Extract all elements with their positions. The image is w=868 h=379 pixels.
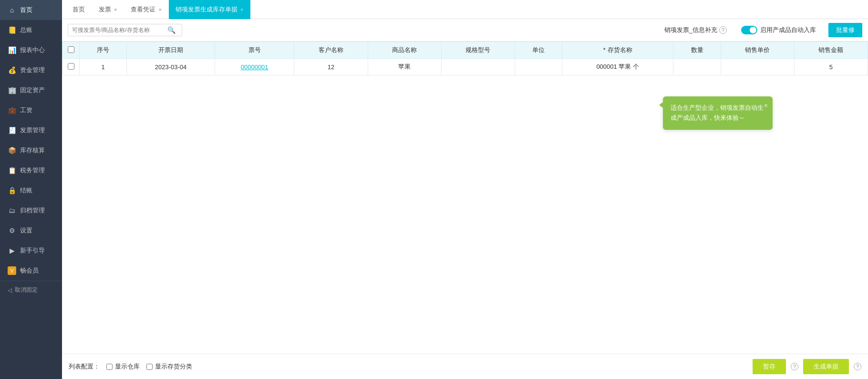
tab-stock-doc[interactable]: 销项发票生成库存单据 ×: [169, 0, 250, 19]
row-ticket-no[interactable]: 00000001: [215, 59, 294, 75]
row-stock-name: 000001 苹果 个: [562, 59, 673, 75]
reports-icon: 📊: [8, 46, 16, 54]
row-checkbox-cell: [62, 59, 80, 75]
col-stock-name: * 存货名称: [562, 42, 673, 59]
toggle-label: 启用产成品自动入库: [741, 26, 816, 34]
sidebar: ⌂ 首页 📒 总账 📊 报表中心 💰 资金管理 🏢 固定资产 💼 工资 🧾 发票…: [0, 0, 62, 379]
ledger-icon: 📒: [8, 26, 16, 34]
show-warehouse-checkbox[interactable]: [106, 364, 113, 370]
sidebar-item-archive[interactable]: 🗂 归档管理: [0, 200, 62, 221]
footer-actions: 暂存 ? 生成单据 ?: [753, 359, 861, 374]
col-unit: 单位: [515, 42, 562, 59]
content-area: 🔍 销项发票_信息补充 ? 启用产成品自动入库 批量修 序: [62, 19, 868, 379]
col-customer: 客户名称: [294, 42, 368, 59]
row-seq: 1: [80, 59, 127, 75]
footer-bar: 列表配置： 显示仓库 显示存货分类 暂存 ? 生成单据 ?: [62, 354, 868, 379]
col-product-name: 商品名称: [368, 42, 441, 59]
col-ticket-no: 票号: [215, 42, 294, 59]
col-qty: 数量: [673, 42, 721, 59]
tax-icon: 📋: [8, 166, 16, 175]
tab-stock-doc-close[interactable]: ×: [240, 7, 243, 12]
tab-invoice-close[interactable]: ×: [114, 7, 117, 12]
generate-button[interactable]: 生成单据: [803, 359, 849, 374]
sidebar-item-vip[interactable]: V 畅会员: [0, 261, 62, 281]
show-category-checkbox[interactable]: [146, 364, 153, 370]
inventory-icon: 📦: [8, 146, 16, 155]
row-date: 2023-03-04: [127, 59, 215, 75]
col-seq: 序号: [80, 42, 127, 59]
info-help-icon[interactable]: ?: [719, 26, 727, 34]
row-qty: [673, 59, 721, 75]
funds-icon: 💰: [8, 66, 16, 74]
save-button[interactable]: 暂存: [753, 359, 786, 374]
sidebar-item-invoice[interactable]: 🧾 发票管理: [0, 120, 62, 140]
col-date: 开票日期: [127, 42, 215, 59]
row-checkbox[interactable]: [68, 63, 74, 70]
list-config-label: 列表配置：: [69, 362, 100, 371]
vip-icon: V: [8, 266, 16, 275]
search-icon[interactable]: 🔍: [167, 26, 176, 34]
info-label: 销项发票_信息补充 ?: [664, 26, 727, 34]
sidebar-item-assets[interactable]: 🏢 固定资产: [0, 80, 62, 100]
guide-icon: ▶: [8, 246, 16, 255]
pin-icon: ◁: [8, 287, 12, 294]
show-warehouse-item: 显示仓库: [106, 362, 140, 371]
tab-invoice[interactable]: 发票 ×: [92, 0, 124, 19]
tab-home[interactable]: 首页: [66, 0, 92, 19]
sidebar-item-payroll[interactable]: 💼 工资: [0, 100, 62, 120]
col-amount: 销售金额: [794, 42, 868, 59]
auto-warehouse-toggle[interactable]: [741, 26, 757, 34]
row-unit: [515, 59, 562, 75]
settings-icon: ⚙: [8, 226, 16, 235]
col-spec: 规格型号: [441, 42, 515, 59]
toolbar: 🔍 销项发票_信息补充 ? 启用产成品自动入库 批量修: [62, 19, 868, 42]
row-spec: [441, 59, 515, 75]
sidebar-item-reports[interactable]: 📊 报表中心: [0, 40, 62, 60]
tooltip-close-btn[interactable]: ×: [764, 100, 768, 111]
show-category-item: 显示存货分类: [146, 362, 192, 371]
payroll-icon: 💼: [8, 106, 16, 115]
col-unit-price: 销售单价: [721, 42, 794, 59]
save-help-icon[interactable]: ?: [791, 363, 798, 370]
sidebar-item-tax[interactable]: 📋 税务管理: [0, 160, 62, 180]
sidebar-item-settings[interactable]: ⚙ 设置: [0, 221, 62, 241]
sidebar-item-guide[interactable]: ▶ 新手引导: [0, 241, 62, 261]
generate-help-icon[interactable]: ?: [854, 363, 861, 370]
search-input[interactable]: [72, 27, 167, 33]
search-box[interactable]: 🔍: [68, 24, 182, 36]
row-unit-price: [721, 59, 794, 75]
sidebar-item-home[interactable]: ⌂ 首页: [0, 0, 62, 20]
sidebar-item-closing[interactable]: 🔒 结账: [0, 180, 62, 200]
row-customer: 12: [294, 59, 368, 75]
closing-icon: 🔒: [8, 186, 16, 195]
tooltip-box: × 适合生产型企业，销项发票自动生成产成品入库，快来体验～: [663, 96, 773, 130]
table-header-row: 序号 开票日期 票号 客户名称 商品名称 规格型号 单位 * 存货名称 数量 销…: [62, 42, 868, 59]
sidebar-item-inventory[interactable]: 📦 库存核算: [0, 140, 62, 160]
tab-bar: 首页 发票 × 查看凭证 × 销项发票生成库存单据 ×: [62, 0, 868, 19]
main-area: 首页 发票 × 查看凭证 × 销项发票生成库存单据 × 🔍 销项发票_信息补充 …: [62, 0, 868, 379]
sidebar-item-funds[interactable]: 💰 资金管理: [0, 60, 62, 80]
batch-button[interactable]: 批量修: [828, 23, 862, 37]
row-product-name: 苹果: [368, 59, 441, 75]
tab-voucher[interactable]: 查看凭证 ×: [124, 0, 168, 19]
sidebar-item-ledger[interactable]: 📒 总账: [0, 20, 62, 40]
data-table: 序号 开票日期 票号 客户名称 商品名称 规格型号 单位 * 存货名称 数量 销…: [62, 42, 868, 75]
assets-icon: 🏢: [8, 86, 16, 95]
archive-icon: 🗂: [8, 206, 16, 215]
tab-voucher-close[interactable]: ×: [158, 7, 161, 12]
col-checkbox: [62, 42, 80, 59]
select-all-checkbox[interactable]: [68, 46, 74, 53]
home-icon: ⌂: [8, 6, 16, 14]
table-wrapper: 序号 开票日期 票号 客户名称 商品名称 规格型号 单位 * 存货名称 数量 销…: [62, 42, 868, 354]
row-amount: 5: [794, 59, 868, 75]
pin-button[interactable]: ◁ 取消固定: [0, 281, 62, 299]
table-row: 1 2023-03-04 00000001 12 苹果 000001 苹果 个 …: [62, 59, 868, 75]
invoice-icon: 🧾: [8, 126, 16, 135]
